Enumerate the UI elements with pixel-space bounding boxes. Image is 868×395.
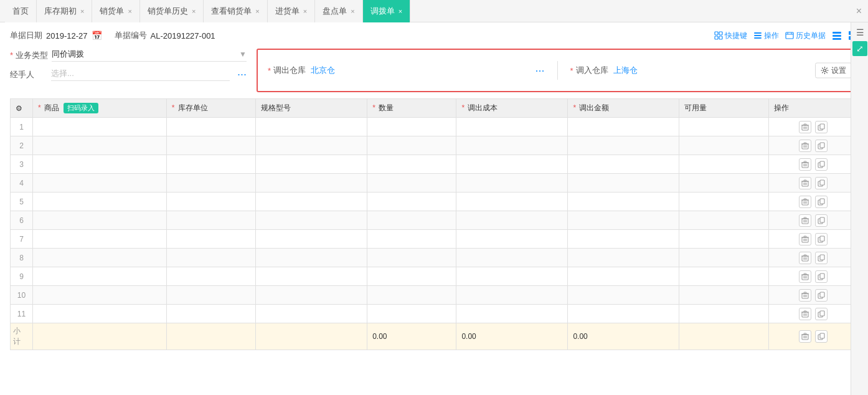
delete-row-btn[interactable]	[799, 196, 811, 208]
delete-row-btn[interactable]	[799, 158, 811, 171]
tab-home[interactable]: 首页	[5, 0, 37, 22]
tab-purchase-order[interactable]: 进货单 ×	[268, 0, 315, 22]
copy-row-btn[interactable]	[815, 270, 828, 283]
row-amount	[568, 136, 679, 155]
doc-date-value: 2019-12-27	[46, 31, 88, 40]
row-amount	[568, 155, 679, 174]
close-tab-sales-order[interactable]: ×	[128, 7, 131, 15]
copy-row-btn[interactable]	[815, 196, 828, 208]
view-toggle-list[interactable]	[832, 31, 842, 40]
copy-row-btn[interactable]	[815, 233, 828, 245]
doc-date-field: 单据日期 2019-12-27 📅	[10, 30, 102, 41]
row-product[interactable]	[33, 155, 167, 174]
row-qty[interactable]	[367, 155, 456, 174]
row-product[interactable]	[33, 267, 167, 286]
close-tab-view-sales[interactable]: ×	[255, 7, 259, 15]
subtotal-avail	[679, 323, 768, 350]
svg-rect-2	[715, 36, 718, 39]
sidebar-list-icon[interactable]: ☰	[852, 25, 867, 40]
delete-row-btn[interactable]	[799, 289, 811, 302]
row-qty[interactable]	[367, 230, 456, 249]
business-type-row: * 业务类型 同价调拨 ▼	[10, 49, 247, 62]
row-unit	[166, 305, 255, 323]
row-product[interactable]	[33, 118, 167, 136]
tab-inventory-check[interactable]: 盘点单 ×	[315, 0, 362, 22]
row-qty[interactable]	[367, 305, 456, 323]
copy-row-btn[interactable]	[815, 214, 828, 227]
copy-row-btn[interactable]	[815, 252, 828, 264]
copy-row-btn[interactable]	[815, 140, 828, 152]
delete-row-btn[interactable]	[799, 270, 811, 283]
view-list-icon	[832, 31, 842, 40]
row-product[interactable]	[33, 286, 167, 305]
copy-row-btn[interactable]	[815, 177, 828, 189]
transfer-in-value[interactable]: 上海仓	[613, 65, 638, 76]
operations-icon	[753, 31, 762, 40]
table-row: 10	[11, 286, 858, 305]
delete-row-btn[interactable]	[799, 121, 811, 133]
operations-btn[interactable]: 操作	[753, 31, 779, 41]
tab-view-sales[interactable]: 查看销货单 ×	[204, 0, 267, 22]
copy-row-btn[interactable]	[815, 158, 828, 171]
delete-row-btn[interactable]	[799, 140, 811, 152]
shortcut-btn[interactable]: 快捷键	[714, 31, 747, 41]
person-more-icon[interactable]: ···	[237, 68, 247, 81]
close-tab-sales-history[interactable]: ×	[192, 7, 196, 15]
transfer-out-more-icon[interactable]: ···	[535, 64, 544, 77]
tab-sales-order[interactable]: 销货单 ×	[92, 0, 139, 22]
row-product[interactable]	[33, 211, 167, 230]
close-tab-transfer-order[interactable]: ×	[399, 7, 402, 15]
tab-sales-history[interactable]: 销货单历史 ×	[140, 0, 204, 22]
svg-rect-13	[833, 38, 841, 40]
row-qty[interactable]	[367, 193, 456, 211]
row-qty[interactable]	[367, 211, 456, 230]
row-product[interactable]	[33, 249, 167, 267]
tab-inventory-init[interactable]: 库存期初 ×	[37, 0, 92, 22]
row-qty[interactable]	[367, 286, 456, 305]
close-tab-inventory-init[interactable]: ×	[80, 7, 84, 15]
delete-row-btn[interactable]	[799, 308, 811, 320]
row-qty[interactable]	[367, 249, 456, 267]
scan-entry-btn[interactable]: 扫码录入	[64, 103, 98, 113]
close-window-btn[interactable]: ×	[856, 6, 862, 17]
row-qty[interactable]	[367, 174, 456, 193]
th-gear[interactable]: ⚙	[11, 99, 33, 118]
row-spec	[256, 155, 367, 174]
delete-row-btn[interactable]	[799, 252, 811, 264]
subtotal-copy-btn[interactable]	[815, 330, 828, 343]
copy-row-btn[interactable]	[815, 308, 828, 320]
row-qty[interactable]	[367, 136, 456, 155]
business-type-select[interactable]: 同价调拨 ▼	[52, 49, 247, 62]
delete-row-btn[interactable]	[799, 177, 811, 189]
history-btn[interactable]: 历史单据	[785, 31, 826, 41]
transfer-out-value[interactable]: 北京仓	[311, 65, 335, 76]
close-tab-inventory-check[interactable]: ×	[351, 7, 354, 15]
th-spec: 规格型号	[256, 99, 367, 118]
delete-row-btn[interactable]	[799, 233, 811, 245]
subtotal-amount: 0.00	[568, 323, 679, 350]
row-product[interactable]	[33, 136, 167, 155]
close-tab-purchase-order[interactable]: ×	[303, 7, 307, 15]
row-product[interactable]	[33, 193, 167, 211]
row-product[interactable]	[33, 305, 167, 323]
svg-rect-58	[820, 199, 824, 204]
table-row: 9	[11, 267, 858, 286]
delete-row-btn[interactable]	[799, 214, 811, 227]
row-action	[768, 249, 857, 267]
person-placeholder[interactable]: 选择...	[51, 68, 230, 81]
row-qty[interactable]	[367, 267, 456, 286]
row-cost	[456, 193, 568, 211]
sidebar-expand-icon[interactable]: ⤢	[852, 41, 867, 56]
row-product[interactable]	[33, 174, 167, 193]
copy-row-btn[interactable]	[815, 121, 828, 133]
row-product[interactable]	[33, 230, 167, 249]
copy-row-btn[interactable]	[815, 289, 828, 302]
row-qty[interactable]	[367, 118, 456, 136]
calendar-icon[interactable]: 📅	[92, 31, 102, 40]
tab-transfer-order[interactable]: 调拨单 ×	[363, 0, 410, 22]
th-operation: 操作	[768, 99, 857, 118]
settings-button[interactable]: 设置	[815, 63, 852, 79]
svg-rect-42	[820, 161, 824, 166]
subtotal-delete-btn[interactable]	[799, 330, 811, 343]
row-cost	[456, 305, 568, 323]
